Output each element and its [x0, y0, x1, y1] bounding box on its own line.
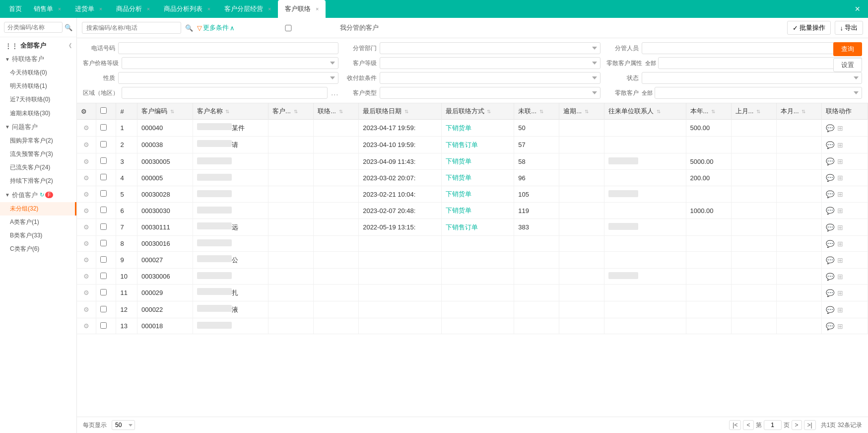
close-contact-tab[interactable]: × [316, 6, 319, 12]
message-icon[interactable]: 💬 [826, 322, 834, 330]
retail-customer-select[interactable] [655, 87, 862, 99]
close-analysis-tab[interactable]: × [147, 6, 150, 12]
query-button[interactable]: 查询 [833, 42, 862, 56]
sidebar-item-abnormal[interactable]: 囤购异常客户(2) [0, 134, 76, 147]
my-customers-checkbox[interactable] [239, 25, 338, 31]
grid-action-icon[interactable]: ⊞ [837, 174, 843, 182]
search-icon[interactable]: 🔍 [185, 24, 193, 32]
row-settings[interactable]: ⚙ [77, 186, 96, 203]
message-icon[interactable]: 💬 [826, 141, 834, 149]
col-unit-contact[interactable]: 往来单位联系人 ⇅ [604, 103, 686, 120]
row-select-checkbox[interactable] [100, 207, 107, 213]
tab-analysis[interactable]: 商品分析 × [109, 0, 157, 18]
row-select-checkbox[interactable] [100, 289, 107, 295]
message-icon[interactable]: 💬 [826, 289, 834, 297]
close-sales-tab[interactable]: × [58, 6, 61, 12]
row-last-method[interactable]: 下销货单 [441, 186, 514, 203]
tab-customer-contact[interactable]: 客户联络 × [278, 0, 326, 18]
sidebar-item-overdue-pending[interactable]: 逾期未联络(30) [0, 107, 76, 120]
row-last-method[interactable]: 下销售订单 [441, 219, 514, 236]
sidebar-search-input[interactable] [4, 22, 63, 33]
row-last-method[interactable]: 下销货单 [441, 153, 514, 170]
row-select-checkbox[interactable] [100, 157, 107, 164]
close-segment-tab[interactable]: × [268, 6, 271, 12]
row-last-method[interactable] [441, 318, 514, 334]
row-select-checkbox[interactable] [100, 174, 107, 180]
phone-input[interactable] [118, 42, 338, 54]
row-settings[interactable]: ⚙ [77, 269, 96, 285]
grid-action-icon[interactable]: ⊞ [837, 273, 843, 281]
last-method-link[interactable]: 下销货单 [446, 124, 471, 132]
col-last-month[interactable]: 上月... ⇅ [731, 103, 776, 120]
customer-type-select[interactable] [380, 87, 600, 99]
batch-ops-button[interactable]: ✓ 批量操作 [787, 21, 831, 35]
col-last-date[interactable]: 最后联络日期 ⇅ [359, 103, 441, 120]
message-icon[interactable]: 💬 [826, 190, 834, 198]
row-select-checkbox[interactable] [100, 306, 107, 312]
message-icon[interactable]: 💬 [826, 240, 834, 248]
close-purchase-tab[interactable]: × [99, 6, 102, 12]
row-select-checkbox[interactable] [100, 223, 107, 230]
col-checkbox[interactable] [96, 103, 116, 120]
price-grade-select[interactable] [122, 57, 338, 69]
row-settings[interactable]: ⚙ [77, 170, 96, 186]
row-settings[interactable]: ⚙ [77, 285, 96, 301]
row-settings[interactable]: ⚙ [77, 301, 96, 318]
col-this-month[interactable]: 本月... ⇅ [776, 103, 821, 120]
row-checkbox[interactable] [96, 318, 116, 334]
message-icon[interactable]: 💬 [826, 306, 834, 314]
last-method-link[interactable]: 下销售订单 [446, 223, 478, 231]
row-checkbox[interactable] [96, 269, 116, 285]
search-input[interactable] [82, 22, 181, 34]
row-last-method[interactable] [441, 285, 514, 301]
col-contact[interactable]: 联络... ⇅ [314, 103, 359, 120]
message-icon[interactable]: 💬 [826, 174, 834, 182]
sidebar-search-icon[interactable]: 🔍 [65, 24, 72, 31]
home-tab[interactable]: 首页 [4, 0, 27, 18]
select-all-checkbox[interactable] [100, 107, 107, 114]
my-customers-checkbox-label[interactable]: 我分管的客户 [239, 23, 379, 32]
row-select-checkbox[interactable] [100, 190, 107, 197]
first-page-btn[interactable]: |< [729, 420, 741, 430]
last-method-link[interactable]: 下销售订单 [446, 141, 478, 148]
row-select-checkbox[interactable] [100, 124, 107, 131]
row-last-method[interactable] [441, 301, 514, 318]
grid-action-icon[interactable]: ⊞ [837, 256, 843, 264]
col-this-year[interactable]: 本年... ⇅ [686, 103, 731, 120]
grid-action-icon[interactable]: ⊞ [837, 289, 843, 297]
grid-action-icon[interactable]: ⊞ [837, 157, 843, 165]
sidebar-item-week-pending[interactable]: 近7天待联络(0) [0, 93, 76, 106]
row-last-method[interactable] [441, 269, 514, 285]
row-settings[interactable]: ⚙ [77, 153, 96, 170]
grid-action-icon[interactable]: ⊞ [837, 240, 843, 248]
last-method-link[interactable]: 下销货单 [446, 174, 471, 181]
row-settings[interactable]: ⚙ [77, 252, 96, 269]
grid-action-icon[interactable]: ⊞ [837, 207, 843, 215]
message-icon[interactable]: 💬 [826, 273, 834, 281]
dept-select[interactable] [380, 42, 600, 54]
col-last-method[interactable]: 最后联络方式 ⇅ [441, 103, 514, 120]
retail-attr-select[interactable] [658, 57, 862, 69]
page-size-select[interactable]: 50 20 100 [112, 420, 135, 430]
status-select[interactable] [642, 72, 862, 84]
row-select-checkbox[interactable] [100, 256, 107, 263]
tab-purchase[interactable]: 进货单 × [68, 0, 109, 18]
message-icon[interactable]: 💬 [826, 207, 834, 215]
problem-section-title[interactable]: ▼ 问题客户 [0, 120, 76, 134]
reset-button[interactable]: 设置 [833, 58, 862, 72]
close-analysis-list-tab[interactable]: × [207, 6, 210, 12]
grid-action-icon[interactable]: ⊞ [837, 124, 843, 132]
grid-action-icon[interactable]: ⊞ [837, 322, 843, 330]
row-select-checkbox[interactable] [100, 322, 107, 329]
row-last-method[interactable]: 下销货单 [441, 170, 514, 186]
row-select-checkbox[interactable] [100, 240, 107, 246]
customer-grade-select[interactable] [380, 57, 600, 69]
row-settings[interactable]: ⚙ [77, 203, 96, 219]
sidebar-item-churn-warning[interactable]: 流失预警客户(3) [0, 147, 76, 161]
sidebar-item-ungroup[interactable]: 未分组(32) [0, 202, 76, 216]
message-icon[interactable]: 💬 [826, 124, 834, 132]
row-checkbox[interactable] [96, 285, 116, 301]
sidebar-item-class-c[interactable]: C类客户(6) [0, 242, 76, 256]
row-settings[interactable]: ⚙ [77, 236, 96, 252]
row-settings[interactable]: ⚙ [77, 219, 96, 236]
